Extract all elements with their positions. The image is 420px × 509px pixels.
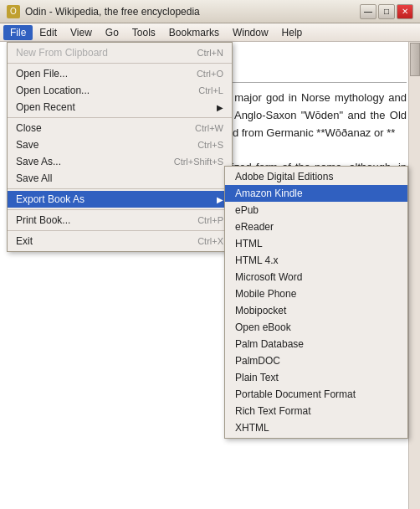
separator-2	[8, 117, 232, 118]
menu-edit[interactable]: Edit	[33, 25, 64, 40]
menu-export-book-as[interactable]: Export Book As ▶	[8, 191, 232, 208]
menu-new-from-clipboard[interactable]: New From Clipboard Ctrl+N	[8, 44, 232, 61]
mobipocket-label: Mobipocket	[235, 305, 286, 316]
ereader-label: eReader	[235, 221, 274, 233]
export-palm-database[interactable]: Palm Database	[225, 336, 407, 352]
export-epub[interactable]: ePub	[225, 202, 407, 219]
menu-bookmarks[interactable]: Bookmarks	[162, 25, 226, 40]
close-button[interactable]: ✕	[397, 4, 413, 19]
exit-shortcut: Ctrl+X	[197, 236, 223, 246]
plain-text-label: Plain Text	[235, 372, 279, 383]
save-label: Save	[16, 139, 181, 151]
menu-save[interactable]: Save Ctrl+S	[8, 136, 232, 153]
microsoft-word-label: Microsoft Word	[235, 271, 302, 283]
new-from-clipboard-label: New From Clipboard	[16, 47, 181, 59]
open-location-label: Open Location...	[16, 85, 182, 96]
export-book-as-arrow: ▶	[217, 195, 223, 204]
export-xhtml[interactable]: XHTML	[225, 419, 407, 436]
rtf-label: Rich Text Format	[235, 405, 310, 417]
separator-4	[8, 209, 232, 210]
app-icon: O	[7, 5, 20, 18]
export-palmdoc[interactable]: PalmDOC	[225, 352, 407, 369]
minimize-button[interactable]: —	[360, 4, 376, 19]
menu-tools[interactable]: Tools	[125, 25, 162, 40]
palm-database-label: Palm Database	[235, 338, 304, 350]
export-mobile-phone[interactable]: Mobile Phone	[225, 285, 407, 302]
amazon-kindle-label: Amazon Kindle	[235, 188, 303, 199]
mobile-phone-label: Mobile Phone	[235, 288, 296, 300]
export-amazon-kindle[interactable]: Amazon Kindle	[225, 185, 407, 202]
separator-5	[8, 230, 232, 231]
print-book-label: Print Book...	[16, 214, 181, 226]
epub-label: ePub	[235, 204, 259, 216]
export-plain-text[interactable]: Plain Text	[225, 369, 407, 386]
html-label: HTML	[235, 238, 263, 249]
open-recent-arrow: ▶	[217, 103, 223, 112]
menu-print-book[interactable]: Print Book... Ctrl+P	[8, 212, 232, 229]
export-open-ebook[interactable]: Open eBook	[225, 319, 407, 336]
print-book-shortcut: Ctrl+P	[197, 215, 223, 225]
window-title: Odin - Wikipedia, the free encyclopedia	[25, 6, 360, 18]
menu-save-all[interactable]: Save All	[8, 170, 232, 187]
open-location-shortcut: Ctrl+L	[198, 85, 223, 95]
menu-window[interactable]: Window	[226, 25, 275, 40]
new-from-clipboard-shortcut: Ctrl+N	[197, 48, 223, 58]
menu-view[interactable]: View	[64, 25, 99, 40]
separator-3	[8, 188, 232, 189]
palmdoc-label: PalmDOC	[235, 355, 280, 367]
open-ebook-label: Open eBook	[235, 321, 291, 333]
export-ereader[interactable]: eReader	[225, 219, 407, 235]
export-rtf[interactable]: Rich Text Format	[225, 403, 407, 419]
open-recent-label: Open Recent	[16, 101, 213, 113]
menu-exit[interactable]: Exit Ctrl+X	[8, 233, 232, 249]
close-label: Close	[16, 122, 178, 134]
export-submenu: Adobe Digital Editions Amazon Kindle ePu…	[224, 166, 408, 439]
menu-bar: File Edit View Go Tools Bookmarks Window…	[0, 23, 420, 42]
open-file-shortcut: Ctrl+O	[197, 69, 223, 79]
export-pdf[interactable]: Portable Document Format	[225, 386, 407, 403]
menu-open-recent[interactable]: Open Recent ▶	[8, 99, 232, 116]
menu-file[interactable]: File	[3, 25, 33, 40]
menu-go[interactable]: Go	[99, 25, 125, 40]
export-adobe-digital-editions[interactable]: Adobe Digital Editions	[225, 168, 407, 185]
menu-open-file[interactable]: Open File... Ctrl+O	[8, 65, 232, 82]
menu-close[interactable]: Close Ctrl+W	[8, 120, 232, 136]
export-book-as-label: Export Book As	[16, 193, 213, 205]
adobe-digital-editions-label: Adobe Digital Editions	[235, 171, 333, 183]
export-mobipocket[interactable]: Mobipocket	[225, 302, 407, 319]
export-html4x[interactable]: HTML 4.x	[225, 252, 407, 269]
save-shortcut: Ctrl+S	[197, 140, 223, 150]
save-as-shortcut: Ctrl+Shift+S	[174, 157, 223, 167]
menu-help[interactable]: Help	[275, 25, 310, 40]
export-html[interactable]: HTML	[225, 235, 407, 252]
menu-save-as[interactable]: Save As... Ctrl+Shift+S	[8, 153, 232, 170]
window-controls: — □ ✕	[360, 4, 413, 19]
exit-label: Exit	[16, 235, 181, 247]
scrollbar-thumb[interactable]	[410, 43, 420, 76]
save-all-label: Save All	[16, 172, 223, 184]
save-as-label: Save As...	[16, 156, 157, 167]
open-file-label: Open File...	[16, 68, 180, 80]
xhtml-label: XHTML	[235, 422, 269, 434]
close-shortcut: Ctrl+W	[195, 123, 223, 133]
scrollbar[interactable]	[408, 42, 420, 509]
title-bar: O Odin - Wikipedia, the free encyclopedi…	[0, 0, 420, 23]
file-menu-dropdown: New From Clipboard Ctrl+N Open File... C…	[7, 42, 233, 252]
separator-1	[8, 63, 232, 64]
pdf-label: Portable Document Format	[235, 388, 356, 400]
menu-open-location[interactable]: Open Location... Ctrl+L	[8, 82, 232, 99]
export-microsoft-word[interactable]: Microsoft Word	[225, 269, 407, 285]
maximize-button[interactable]: □	[378, 4, 395, 19]
html4x-label: HTML 4.x	[235, 254, 279, 266]
